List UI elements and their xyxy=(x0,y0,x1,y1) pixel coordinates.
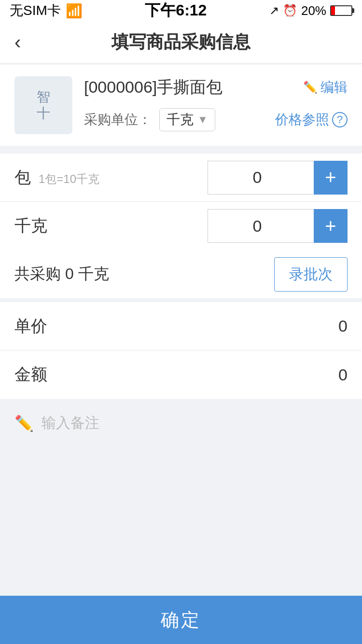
product-thumbnail: 智 十 xyxy=(14,76,72,134)
status-bar-right: ↗ ⏰ 20% xyxy=(269,3,352,18)
qty-label-bao: 包 xyxy=(14,167,31,189)
qty-input-kg[interactable] xyxy=(208,209,314,243)
page-title: 填写商品采购信息 xyxy=(111,30,251,54)
quantity-section: 包 1包=10千克 + 千克 + xyxy=(0,154,362,250)
total-label: 共采购 0 千克 xyxy=(14,264,109,285)
batch-button[interactable]: 录批次 xyxy=(274,257,348,292)
location-icon: ↗ xyxy=(269,4,279,17)
chevron-down-icon: ▼ xyxy=(197,113,208,126)
quantity-row-kg: 千克 + xyxy=(0,202,362,250)
qty-input-bao[interactable] xyxy=(208,161,314,195)
notes-placeholder: 输入备注 xyxy=(42,413,99,433)
qty-plus-kg[interactable]: + xyxy=(314,209,348,243)
qty-input-wrap-bao: + xyxy=(208,161,348,195)
confirm-button[interactable]: 确定 xyxy=(0,596,362,644)
battery-icon xyxy=(330,5,352,16)
price-section: 单价 0 金额 0 xyxy=(0,302,362,399)
battery-label: 20% xyxy=(301,3,326,18)
price-row-amount: 金额 0 xyxy=(0,350,362,399)
price-label-amount: 金额 xyxy=(14,364,47,386)
qty-sublabel-bao: 1包=10千克 xyxy=(39,171,99,187)
product-card: 智 十 [0000006]手撕面包 ✏️ 编辑 采购单位： 千克 ▼ 价格参照 xyxy=(0,65,362,150)
unit-select[interactable]: 千克 ▼ xyxy=(159,108,215,131)
unit-label: 采购单位： xyxy=(84,111,152,129)
section-divider-1 xyxy=(0,150,362,154)
section-divider-2 xyxy=(0,298,362,302)
qty-plus-bao[interactable]: + xyxy=(314,161,348,195)
wifi-icon: 📶 xyxy=(66,3,83,19)
status-bar: 无SIM卡 📶 下午6:12 ↗ ⏰ 20% xyxy=(0,0,362,21)
price-reference-button[interactable]: 价格参照 ? xyxy=(275,111,348,129)
price-row-unit: 单价 0 xyxy=(0,302,362,350)
time-label: 下午6:12 xyxy=(145,0,207,21)
alarm-icon: ⏰ xyxy=(283,4,297,17)
price-value-unit: 0 xyxy=(338,317,348,336)
back-button[interactable]: ‹ xyxy=(14,31,21,53)
nav-bar: ‹ 填写商品采购信息 xyxy=(0,21,362,64)
product-logo: 智 十 xyxy=(37,89,50,121)
total-row: 共采购 0 千克 录批次 xyxy=(0,250,362,298)
product-name: [0000006]手撕面包 xyxy=(84,76,223,98)
status-bar-left: 无SIM卡 📶 xyxy=(10,1,83,20)
notes-section[interactable]: ✏️ 输入备注 xyxy=(0,399,362,495)
pencil-icon: ✏️ xyxy=(14,414,34,433)
unit-row: 采购单位： 千克 ▼ 价格参照 ? xyxy=(84,108,348,131)
carrier-label: 无SIM卡 xyxy=(10,1,61,20)
quantity-row-bao: 包 1包=10千克 + xyxy=(0,154,362,202)
product-name-row: [0000006]手撕面包 ✏️ 编辑 xyxy=(84,76,348,98)
qty-label-kg: 千克 xyxy=(14,215,47,237)
edit-button[interactable]: ✏️ 编辑 xyxy=(303,78,348,97)
bottom-spacer xyxy=(0,495,362,592)
help-icon: ? xyxy=(332,112,348,127)
price-label-unit: 单价 xyxy=(14,315,47,337)
qty-input-wrap-kg: + xyxy=(208,209,348,243)
price-value-amount: 0 xyxy=(338,365,348,384)
product-info: [0000006]手撕面包 ✏️ 编辑 采购单位： 千克 ▼ 价格参照 ? xyxy=(84,76,348,131)
